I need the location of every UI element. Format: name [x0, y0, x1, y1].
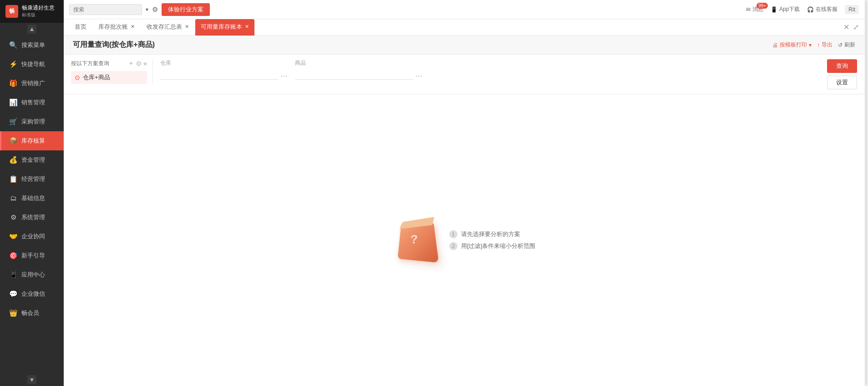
tab-available-qty[interactable]: 可用量库存账本 ✕ [195, 19, 254, 36]
user-label: Rit [848, 6, 855, 13]
filter-right: 查询 设置 [827, 59, 857, 89]
settings-icon[interactable]: ⚙ [152, 5, 158, 14]
lightning-icon: ⚡ [9, 60, 18, 68]
sidebar-item-purchase[interactable]: 🛒 采购管理 [0, 112, 64, 131]
topbar: ▾ ⚙ 体验行业方案 ✉ 消息 99+ 📱 App下载 🎧 在线客服 Rit [64, 0, 864, 19]
gift-icon: 🎁 [9, 79, 18, 87]
sidebar-item-guide[interactable]: 🎯 新手引导 [0, 246, 64, 265]
sidebar: 畅 畅康通好生意 标准版 ▲ 🔍 搜索菜单 ⚡ 快捷导航 🎁 营销推广 📊 销售… [0, 0, 64, 386]
sidebar-item-finance[interactable]: 💰 资金管理 [0, 150, 64, 170]
scroll-track [865, 1, 867, 385]
empty-illustration [393, 217, 438, 263]
search-dropdown-button[interactable]: ▾ [146, 6, 148, 13]
sidebar-item-label: 资金管理 [21, 156, 45, 164]
sidebar-item-label: 搜索菜单 [21, 41, 45, 49]
empty-state: 1 请先选择要分析的方案 2 用[过滤]条件来缩小分析范围 [393, 217, 535, 263]
sidebar-item-label: 经营管理 [21, 175, 45, 183]
tab-stock-summary[interactable]: 收发存汇总表 ✕ [141, 19, 194, 36]
product-label: 商品 [295, 59, 422, 67]
sidebar-item-wechat[interactable]: 💬 企业微信 [0, 284, 64, 304]
sidebar-item-label: 库存核算 [21, 137, 45, 145]
wechat-icon: 💬 [9, 290, 18, 298]
tab-close-icon[interactable]: ✕ [185, 24, 189, 30]
sidebar-item-label: 采购管理 [21, 118, 45, 126]
sidebar-item-enterprise[interactable]: 🤝 企业协同 [0, 227, 64, 246]
app-download-label: App下载 [779, 5, 800, 13]
query-button[interactable]: 查询 [827, 59, 857, 73]
sidebar-item-sales[interactable]: 📊 销售管理 [0, 93, 64, 112]
app-version: 标准版 [22, 12, 55, 18]
sidebar-scroll-up: ▲ [0, 23, 64, 36]
sidebar-item-label: 畅会员 [21, 309, 39, 317]
print-button[interactable]: 🖨 按模板打印 ▾ [772, 41, 812, 49]
chart-icon: 📊 [9, 98, 18, 107]
user-menu-button[interactable]: Rit [845, 5, 859, 14]
tab-bar: 首页 库存批次账 ✕ 收发存汇总表 ✕ 可用量库存账本 ✕ ✕ ⤢ [64, 19, 864, 36]
scheme-item-label: 仓库+商品 [83, 73, 110, 82]
app-download-button[interactable]: 📱 App下载 [771, 5, 800, 13]
add-scheme-button[interactable]: ＋ [128, 59, 134, 67]
product-more-icon[interactable]: … [415, 70, 422, 78]
sidebar-item-search[interactable]: 🔍 搜索菜单 [0, 36, 64, 55]
sidebar-item-marketing[interactable]: 🎁 营销推广 [0, 74, 64, 93]
search-input[interactable] [69, 4, 142, 15]
scroll-up-button[interactable]: ▲ [27, 25, 36, 34]
column-settings-button[interactable]: 设置 [827, 76, 857, 89]
tab-close-icon[interactable]: ✕ [245, 24, 249, 30]
tab-inventory-batch[interactable]: 库存批次账 ✕ [93, 19, 140, 36]
scheme-item-icon: ⊙ [75, 74, 80, 81]
tab-label: 库存批次账 [98, 23, 128, 31]
scroll-down-button[interactable]: ▼ [27, 375, 36, 384]
filter-scheme-header: 按以下方案查询 ＋ ⊙ « [71, 59, 147, 67]
trial-button[interactable]: 体验行业方案 [162, 3, 210, 16]
sidebar-item-quick-nav[interactable]: ⚡ 快捷导航 [0, 55, 64, 74]
headset-icon: 🎧 [807, 6, 814, 13]
scheme-actions: ＋ ⊙ « [128, 59, 147, 67]
sidebar-item-appstore[interactable]: 📱 应用中心 [0, 265, 64, 284]
warehouse-input[interactable] [160, 69, 279, 80]
refresh-button[interactable]: ↺ 刷新 [838, 41, 855, 49]
cart-icon: 🛒 [9, 118, 18, 126]
export-button[interactable]: ↑ 导出 [817, 41, 832, 49]
export-icon: ↑ [817, 42, 820, 48]
hint-num-2: 2 [449, 242, 457, 250]
message-button[interactable]: ✉ 消息 99+ [746, 5, 763, 13]
sidebar-item-label: 营销推广 [21, 79, 45, 87]
tab-close-icon[interactable]: ✕ [131, 24, 135, 30]
hint-text-2: 用[过滤]条件来缩小分析范围 [461, 242, 535, 250]
sidebar-item-inventory[interactable]: 📦 库存核算 [0, 131, 64, 150]
scheme-item-warehouse-product[interactable]: ⊙ 仓库+商品 [71, 71, 147, 84]
collapse-scheme-button[interactable]: « [143, 59, 147, 67]
sidebar-item-label: 系统管理 [21, 213, 45, 221]
handshake-icon: 🤝 [9, 232, 18, 241]
edit-scheme-button[interactable]: ⊙ [136, 59, 142, 67]
message-icon: ✉ [746, 6, 751, 13]
sidebar-item-operations[interactable]: 📋 经营管理 [0, 170, 64, 189]
filter-area: 按以下方案查询 ＋ ⊙ « ⊙ 仓库+商品 仓库 … 商 [64, 55, 864, 94]
sidebar-item-basic-info[interactable]: 🗂 基础信息 [0, 189, 64, 208]
sidebar-item-members[interactable]: 👑 畅会员 [0, 304, 64, 323]
tab-home-label: 首页 [75, 23, 86, 31]
refresh-label: 刷新 [844, 41, 855, 49]
tab-home[interactable]: 首页 [69, 19, 92, 36]
box-icon: 📦 [9, 137, 18, 145]
target-icon: 🎯 [9, 252, 18, 260]
hint-text-1: 请先选择要分析的方案 [461, 230, 520, 238]
sidebar-header: 畅 畅康通好生意 标准版 [0, 0, 64, 23]
app-info: 畅康通好生意 标准版 [22, 5, 55, 18]
refresh-icon: ↺ [838, 42, 843, 48]
close-window-button[interactable]: ✕ [843, 23, 849, 31]
warehouse-more-icon[interactable]: … [280, 70, 288, 78]
product-filter-field: 商品 … [295, 59, 422, 80]
sidebar-item-system[interactable]: ⚙ 系统管理 [0, 208, 64, 227]
message-badge: 99+ [756, 3, 768, 9]
sidebar-item-label: 企业协同 [21, 232, 45, 241]
sidebar-item-label: 销售管理 [21, 98, 45, 107]
sidebar-item-label: 基础信息 [21, 194, 45, 202]
maximize-button[interactable]: ⤢ [853, 23, 859, 31]
crown-icon: 👑 [9, 309, 18, 317]
online-service-button[interactable]: 🎧 在线客服 [807, 5, 838, 13]
clipboard-icon: 📋 [9, 175, 18, 183]
right-scrollbar[interactable] [864, 0, 868, 386]
product-input[interactable] [295, 69, 413, 80]
